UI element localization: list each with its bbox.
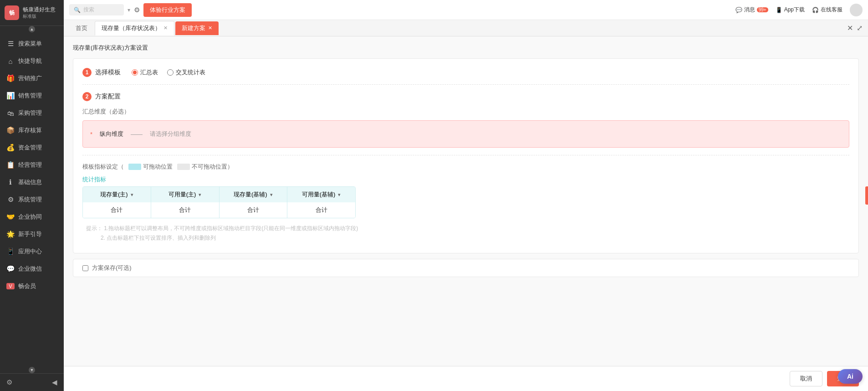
stats-col-label-1: 可用量(主) xyxy=(168,190,196,199)
handshake-icon: 🤝 xyxy=(6,213,15,221)
cancel-button[interactable]: 取消 xyxy=(790,371,822,386)
radio-summary-table[interactable]: 汇总表 xyxy=(132,68,158,77)
sidebar-item-search[interactable]: ☰ 搜索菜单 xyxy=(0,35,64,52)
star-icon: 🌟 xyxy=(6,230,15,238)
stats-col-header-0[interactable]: 现存量(主) ▾ xyxy=(83,187,151,202)
sidebar-item-vip[interactable]: V 畅会员 xyxy=(0,278,64,295)
step1-title: 选择模板 xyxy=(95,68,121,77)
message-label: 消息 xyxy=(744,6,755,14)
sidebar-item-quicknav-label: 快捷导航 xyxy=(18,57,42,65)
dimension-name-label: 纵向维度 xyxy=(100,130,123,138)
tabbar: 首页 现存量（库存状况表） ✕ 新建方案 ✕ ✕ ⤢ xyxy=(64,20,868,36)
dimension-placeholder: 请选择分组维度 xyxy=(150,130,191,138)
shopping-icon: 🛍 xyxy=(6,109,15,117)
col-chevron-1[interactable]: ▾ xyxy=(199,192,201,198)
right-edge-indicator xyxy=(865,186,868,205)
sidebar-collapse-icon[interactable]: ◀ xyxy=(52,378,57,386)
sidebar-scroll-up[interactable]: ▲ xyxy=(0,26,64,32)
footer-bar: 方案保存(可选) xyxy=(73,259,859,277)
tip-item-1: 2. 点击标题栏下拉可设置排序、插入列和删除列 xyxy=(101,234,849,242)
content-area: 现存量(库存状况表)方案设置 1 选择模板 汇总表 交叉统计表 xyxy=(64,36,868,366)
sidebar-item-basic-info[interactable]: ℹ 基础信息 xyxy=(0,174,64,191)
sidebar-item-quicknav[interactable]: ⌂ 快捷导航 xyxy=(0,52,64,70)
sidebar-scroll-down[interactable]: ▼ xyxy=(0,367,64,373)
step2-number: 2 xyxy=(82,92,92,101)
main-area: 🔍 搜索 ▾ ⚙ 体验行业方案 💬 消息 99+ 📱 App下载 🎧 在线客服 xyxy=(64,0,868,391)
tab-expand-button[interactable]: ⤢ xyxy=(857,24,863,32)
col-chevron-3[interactable]: ▾ xyxy=(338,192,341,198)
stats-col-header-3[interactable]: 可用量(基辅) ▾ xyxy=(287,187,355,202)
search-icon: 🔍 xyxy=(74,7,81,13)
stats-col-header-1[interactable]: 可用量(主) ▾ xyxy=(151,187,220,202)
settings-icon[interactable]: ⚙ xyxy=(6,378,12,386)
user-avatar[interactable] xyxy=(850,4,863,16)
radio-summary-input[interactable] xyxy=(132,69,138,76)
sidebar-item-inventory[interactable]: 📦 库存核算 xyxy=(0,122,64,139)
topbar-chevron-icon[interactable]: ▾ xyxy=(128,7,130,13)
app-download-icon: 📱 xyxy=(776,7,782,13)
clipboard-icon: 📋 xyxy=(6,161,15,169)
sidebar-item-wechat[interactable]: 💬 企业微信 xyxy=(0,260,64,278)
online-service-button[interactable]: 🎧 在线客服 xyxy=(812,6,842,14)
sidebar-item-wechat-label: 企业微信 xyxy=(18,265,42,273)
stats-col-header-2[interactable]: 现存量(基辅) ▾ xyxy=(220,187,288,202)
stats-col-sub-1: 合计 xyxy=(179,206,191,214)
message-button[interactable]: 💬 消息 99+ xyxy=(735,6,768,14)
col-chevron-2[interactable]: ▾ xyxy=(270,192,273,198)
tab-new-plan-close-icon[interactable]: ✕ xyxy=(208,25,212,31)
tab-inventory-close-icon[interactable]: ✕ xyxy=(163,25,168,31)
topbar-gear-icon[interactable]: ⚙ xyxy=(134,6,140,14)
sidebar-item-management[interactable]: 📋 经营管理 xyxy=(0,156,64,174)
scroll-down-btn[interactable]: ▼ xyxy=(29,367,35,373)
topbar-search[interactable]: 🔍 搜索 xyxy=(69,4,124,15)
industry-plan-button[interactable]: 体验行业方案 xyxy=(143,3,192,17)
stats-col-label-2: 现存量(基辅) xyxy=(234,190,267,199)
unmovable-label: 不可拖动位置） xyxy=(192,163,233,171)
save-plan-checkbox[interactable] xyxy=(82,265,88,271)
tab-inventory-label: 现存量（库存状况表） xyxy=(102,24,161,32)
sidebar-item-cooperation[interactable]: 🤝 企业协同 xyxy=(0,208,64,226)
action-bar: 取消 查询 xyxy=(64,366,868,391)
col-chevron-0[interactable]: ▾ xyxy=(131,192,133,198)
dimension-area[interactable]: * 纵向维度 —— 请选择分组维度 xyxy=(82,120,849,148)
sidebar-item-finance[interactable]: 💰 资金管理 xyxy=(0,139,64,156)
gift-icon: 🎁 xyxy=(6,74,15,82)
tab-home[interactable]: 首页 xyxy=(69,21,94,35)
sidebar-item-marketing[interactable]: 🎁 营销推广 xyxy=(0,70,64,87)
sidebar-item-marketing-label: 营销推广 xyxy=(18,74,42,82)
tab-inventory[interactable]: 现存量（库存状况表） ✕ xyxy=(95,21,174,36)
wechat-icon: 💬 xyxy=(6,265,15,273)
stats-col-sub-3: 合计 xyxy=(316,206,327,214)
vip-icon: V xyxy=(6,283,15,289)
step1-number: 1 xyxy=(82,68,92,77)
sidebar-items: ☰ 搜索菜单 ⌂ 快捷导航 🎁 营销推广 📊 销售管理 🛍 采购管理 📦 库存核… xyxy=(0,32,64,367)
radio-summary-label: 汇总表 xyxy=(140,68,158,77)
box-icon: 📦 xyxy=(6,126,15,134)
app-edition: 标准版 xyxy=(23,13,56,20)
divider-2 xyxy=(82,155,849,155)
unmovable-color-swatch xyxy=(177,164,190,170)
sidebar-item-basic-info-label: 基础信息 xyxy=(18,178,42,186)
sidebar-item-newuser[interactable]: 🌟 新手引导 xyxy=(0,226,64,243)
tip-item-0: 提示： 1.拖动标题栏可以调整布局，不可跨维度或指标区域拖动栏目字段(只能在同一… xyxy=(86,225,849,232)
stats-col-sub-0: 合计 xyxy=(111,206,123,214)
tab-close-button[interactable]: ✕ xyxy=(847,24,853,32)
chart-icon: 📊 xyxy=(6,92,15,100)
ai-button[interactable]: Ai xyxy=(838,369,863,384)
radio-cross-table[interactable]: 交叉统计表 xyxy=(167,68,205,77)
sidebar-item-cooperation-label: 企业协同 xyxy=(18,213,42,221)
radio-cross-input[interactable] xyxy=(167,69,174,76)
sidebar-item-system[interactable]: ⚙ 系统管理 xyxy=(0,191,64,208)
sidebar-logo: 畅 畅康通好生意 标准版 xyxy=(0,0,64,26)
tab-new-plan[interactable]: 新建方案 ✕ xyxy=(175,21,219,35)
online-service-label: 在线客服 xyxy=(821,6,842,14)
tips-area: 提示： 1.拖动标题栏可以调整布局，不可跨维度或指标区域拖动栏目字段(只能在同一… xyxy=(82,225,849,242)
sidebar-item-apps[interactable]: 📱 应用中心 xyxy=(0,243,64,260)
movable-color-swatch xyxy=(128,164,141,170)
scroll-up-btn[interactable]: ▲ xyxy=(29,26,35,32)
indicator-legend-unmovable: 不可拖动位置） xyxy=(177,163,233,171)
topbar: 🔍 搜索 ▾ ⚙ 体验行业方案 💬 消息 99+ 📱 App下载 🎧 在线客服 xyxy=(64,0,868,20)
sidebar-item-purchase[interactable]: 🛍 采购管理 xyxy=(0,104,64,122)
sidebar-item-sales[interactable]: 📊 销售管理 xyxy=(0,87,64,104)
app-download-button[interactable]: 📱 App下载 xyxy=(776,6,805,14)
